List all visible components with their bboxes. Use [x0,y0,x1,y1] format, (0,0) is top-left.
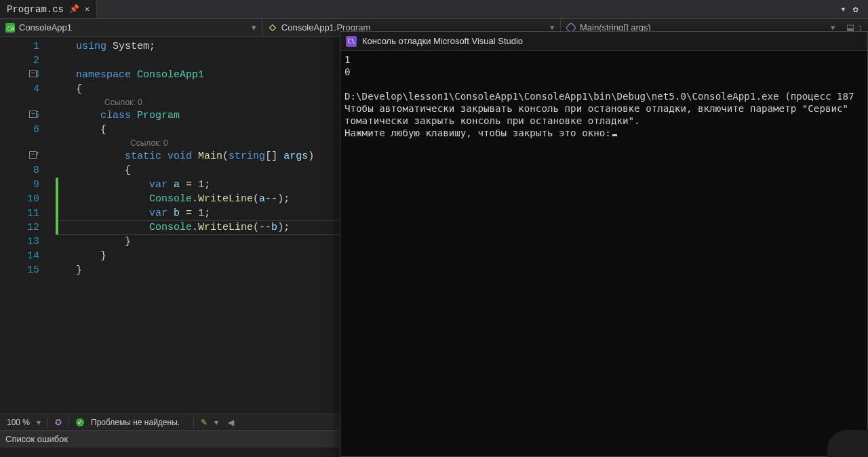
editor-gutter: 123−45−67−89101112131415 [0,37,56,414]
change-indicator [56,220,58,235]
pin-icon[interactable]: 📌 [69,4,79,14]
chevron-down-icon[interactable]: ▾ [252,22,256,33]
svg-text:C#: C# [7,24,15,31]
console-line: 0 [344,66,351,77]
file-tab-program[interactable]: Program.cs 📌 ✕ [0,0,97,18]
chevron-down-icon[interactable]: ▾ [37,418,41,427]
change-indicator [56,178,58,192]
class-icon [268,23,277,33]
console-cursor [612,134,617,136]
nav-project-label: ConsoleApp1 [19,22,72,33]
console-line: D:\Develop\lesson1\ConsoleApp1\ConsoleAp… [344,91,854,102]
problems-status[interactable]: Проблемы не найдены. [91,418,180,427]
document-tab-strip: Program.cs 📌 ✕ ▾ ✿ [0,0,868,19]
fold-toggle-icon[interactable]: − [29,151,37,159]
console-title: Консоль отладки Microsoft Visual Studio [362,36,523,46]
cleanup-icon[interactable]: ✎ [201,418,208,427]
status-ok-icon: ✓ [76,418,84,426]
tab-overflow-chevron-icon[interactable]: ▾ [840,3,846,15]
error-list-title: Список ошибок [5,434,68,444]
console-line: томатически закрыть консоль при остановк… [344,115,640,126]
vs-app-icon: C\ [346,36,357,47]
fold-toggle-icon[interactable]: − [29,111,37,118]
change-indicator [56,206,58,220]
csharp-project-icon: C# [5,23,15,33]
debug-console-window[interactable]: C\ Консоль отладки Microsoft Visual Stud… [340,31,868,457]
decorative-corner [827,430,868,457]
console-line: Чтобы автоматически закрывать консоль пр… [344,103,848,114]
console-line: 1 [344,54,351,65]
zoom-level[interactable]: 100 % [7,418,30,427]
scroll-left-icon[interactable]: ◀ [228,418,234,427]
console-output[interactable]: 1 0 D:\Develop\lesson1\ConsoleApp1\Conso… [340,51,867,456]
close-icon[interactable]: ✕ [85,4,90,14]
console-titlebar[interactable]: C\ Консоль отладки Microsoft Visual Stud… [340,32,867,51]
fold-toggle-icon[interactable]: − [29,70,37,77]
change-indicator [56,192,58,206]
chevron-down-icon[interactable]: ▾ [214,418,218,427]
window-settings-icon[interactable]: ✿ [853,3,859,15]
nav-project[interactable]: C# ConsoleApp1 ▾ [0,19,262,36]
intellicode-icon[interactable]: ✪ [55,418,62,427]
file-tab-label: Program.cs [7,4,64,15]
console-line: Нажмите любую клавишу, чтобы закрыть это… [344,127,611,138]
